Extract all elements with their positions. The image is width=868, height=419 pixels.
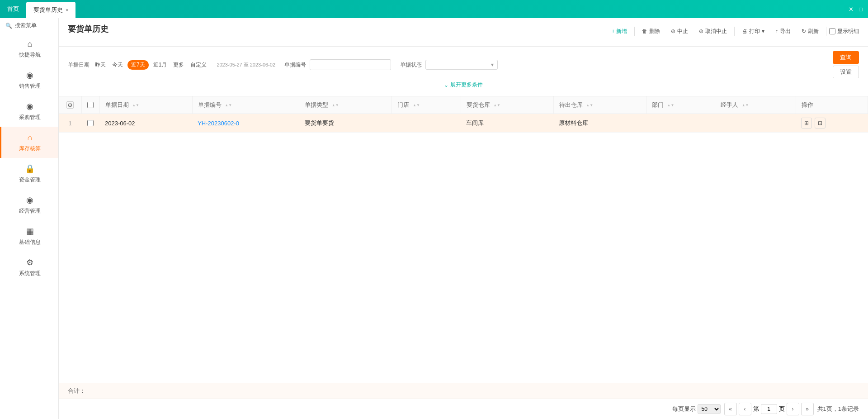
col-handler-sort: ▲▼ bbox=[742, 103, 749, 107]
display-dense-label: 显示明细 bbox=[837, 28, 859, 35]
toolbar-separator-3 bbox=[826, 27, 826, 36]
current-page-input[interactable] bbox=[761, 404, 777, 414]
date-shortcut-yesterday[interactable]: 昨天 bbox=[93, 60, 108, 70]
cancel-stop-label: 取消中止 bbox=[705, 28, 727, 35]
requisition-table: ⚙ 单据日期 ▲▼ bbox=[59, 96, 868, 133]
delete-button[interactable]: 🗑 删除 bbox=[637, 26, 665, 37]
sidebar-item-operations-label: 经营管理 bbox=[19, 207, 41, 215]
row-action-view[interactable]: ⊞ bbox=[801, 118, 812, 129]
sidebar-item-finance-mgmt[interactable]: 🔒 资金管理 bbox=[0, 158, 58, 189]
window-close-icon[interactable]: ✕ bbox=[849, 6, 854, 13]
col-settings[interactable]: ⚙ bbox=[59, 96, 81, 114]
search-icon: 🔍 bbox=[5, 23, 12, 29]
col-store-label: 门店 bbox=[397, 101, 409, 108]
sidebar-item-operations-mgmt[interactable]: ◉ 经营管理 bbox=[0, 189, 58, 220]
expand-more-conditions[interactable]: ⌄ 展开更多条件 bbox=[68, 78, 859, 91]
settings-button[interactable]: 设置 bbox=[833, 66, 859, 78]
row-actions: ⊞ ⊡ bbox=[796, 114, 868, 133]
next-page-btn[interactable]: › bbox=[787, 403, 799, 415]
date-shortcut-custom[interactable]: 自定义 bbox=[189, 60, 208, 70]
first-page-btn[interactable]: « bbox=[724, 403, 737, 415]
sidebar-search-label: 搜索菜单 bbox=[15, 22, 37, 29]
row-store bbox=[392, 114, 461, 133]
col-actions-label: 操作 bbox=[802, 101, 813, 108]
col-number-label: 单据编号 bbox=[198, 101, 222, 108]
window-maximize-icon[interactable]: □ bbox=[859, 6, 863, 13]
col-store[interactable]: 门店 ▲▼ bbox=[392, 96, 461, 114]
page-prefix: 第 bbox=[753, 405, 759, 413]
total-info: 共1页，1条记录 bbox=[817, 405, 859, 413]
col-type[interactable]: 单据类型 ▲▼ bbox=[299, 96, 392, 114]
row-number: YH-20230602-0 bbox=[192, 114, 299, 133]
date-shortcut-today[interactable]: 今天 bbox=[110, 60, 125, 70]
select-all-checkbox[interactable] bbox=[87, 102, 94, 108]
col-handler-label: 经手人 bbox=[721, 101, 738, 108]
col-dept-sort: ▲▼ bbox=[667, 103, 675, 107]
sidebar-item-finance-label: 资金管理 bbox=[19, 176, 41, 184]
close-tab-icon[interactable]: × bbox=[66, 7, 68, 13]
display-dense-checkbox[interactable] bbox=[829, 28, 835, 34]
tab-home[interactable]: 首页 bbox=[0, 0, 26, 18]
row-select-checkbox[interactable] bbox=[87, 120, 94, 126]
system-icon: ⚙ bbox=[24, 257, 35, 268]
col-dept[interactable]: 部门 ▲▼ bbox=[646, 96, 715, 114]
last-page-btn[interactable]: » bbox=[801, 403, 814, 415]
query-button[interactable]: 查询 bbox=[833, 51, 859, 64]
doc-number-input[interactable] bbox=[310, 59, 391, 70]
doc-status-select[interactable]: ▾ bbox=[425, 60, 498, 70]
new-button[interactable]: + 新增 bbox=[607, 26, 632, 37]
content-area: 要货单历史 + 新增 🗑 删除 ⊘ 中止 ⊘ 取消中止 bbox=[59, 18, 868, 419]
action-icons: ⊞ ⊡ bbox=[801, 118, 862, 129]
col-req-warehouse-label: 要货仓库 bbox=[467, 101, 490, 108]
col-handler[interactable]: 经手人 ▲▼ bbox=[715, 96, 796, 114]
toolbar-separator-1 bbox=[634, 27, 635, 36]
col-type-sort: ▲▼ bbox=[332, 103, 339, 107]
sidebar-item-quick-nav[interactable]: ⌂ 快捷导航 bbox=[0, 33, 58, 64]
sidebar-item-inventory-label: 库存核算 bbox=[19, 145, 41, 152]
per-page-select[interactable]: 20 50 100 bbox=[698, 404, 721, 414]
filter-group-doc-number: 单据编号 bbox=[284, 59, 391, 70]
sidebar-item-sales-mgmt[interactable]: ◉ 销售管理 bbox=[0, 64, 58, 95]
cancel-stop-button[interactable]: ⊘ 取消中止 bbox=[694, 26, 731, 37]
col-date-label: 单据日期 bbox=[105, 101, 129, 108]
col-date[interactable]: 单据日期 ▲▼ bbox=[99, 96, 192, 114]
date-shortcut-7days[interactable]: 近7天 bbox=[127, 60, 149, 70]
sidebar-item-inventory[interactable]: ⌂ 库存核算 bbox=[0, 127, 58, 158]
sidebar-item-basic-info[interactable]: ▦ 基础信息 bbox=[0, 220, 58, 252]
prev-page-btn[interactable]: ‹ bbox=[739, 403, 751, 415]
col-date-sort: ▲▼ bbox=[132, 103, 139, 107]
finance-icon: 🔒 bbox=[24, 163, 35, 174]
col-pending-warehouse[interactable]: 待出仓库 ▲▼ bbox=[553, 96, 646, 114]
date-filter-label: 单据日期 bbox=[68, 61, 90, 69]
date-shortcut-more[interactable]: 更多 bbox=[171, 60, 186, 70]
table-footer: 合计： bbox=[59, 383, 868, 399]
page-nav: « ‹ 第 页 › » bbox=[724, 403, 814, 415]
filter-actions: 查询 设置 bbox=[833, 51, 859, 78]
stop-label: 中止 bbox=[677, 28, 688, 35]
refresh-button[interactable]: ↻ 刷新 bbox=[797, 26, 823, 37]
display-dense-toggle[interactable]: 显示明细 bbox=[829, 28, 859, 35]
date-shortcut-1month[interactable]: 近1月 bbox=[151, 60, 169, 70]
per-page-label: 每页显示 bbox=[672, 405, 696, 413]
sidebar-item-purchase-mgmt[interactable]: ◉ 采购管理 bbox=[0, 95, 58, 127]
sidebar-item-purchase-label: 采购管理 bbox=[19, 114, 41, 121]
sidebar-item-system-mgmt[interactable]: ⚙ 系统管理 bbox=[0, 252, 58, 283]
tab-requisition-history[interactable]: 要货单历史 × bbox=[26, 2, 75, 18]
export-button[interactable]: ↑ 导出 bbox=[771, 26, 795, 37]
col-number[interactable]: 单据编号 ▲▼ bbox=[192, 96, 299, 114]
table-row: 1 2023-06-02 YH-20230602-0 要货单要货 bbox=[59, 114, 868, 133]
stop-icon: ⊘ bbox=[671, 28, 675, 34]
col-req-warehouse[interactable]: 要货仓库 ▲▼ bbox=[461, 96, 553, 114]
toolbar-separator-2 bbox=[734, 27, 735, 36]
stop-button[interactable]: ⊘ 中止 bbox=[666, 26, 693, 37]
sidebar: 🔍 搜索菜单 ⌂ 快捷导航 ◉ 销售管理 ◉ 采购管理 ⌂ 库存核算 🔒 资金管… bbox=[0, 18, 59, 419]
sidebar-search[interactable]: 🔍 搜索菜单 bbox=[0, 18, 58, 33]
doc-number-filter-label: 单据编号 bbox=[284, 61, 306, 69]
expand-more-icon: ⌄ bbox=[444, 82, 448, 88]
row-number-link[interactable]: YH-20230602-0 bbox=[198, 120, 239, 127]
print-button[interactable]: 🖨 打印 ▾ bbox=[737, 26, 769, 37]
row-action-more[interactable]: ⊡ bbox=[815, 118, 826, 129]
cancel-stop-icon: ⊘ bbox=[699, 28, 703, 34]
row-type: 要货单要货 bbox=[299, 114, 392, 133]
col-settings-icon[interactable]: ⚙ bbox=[66, 101, 74, 109]
